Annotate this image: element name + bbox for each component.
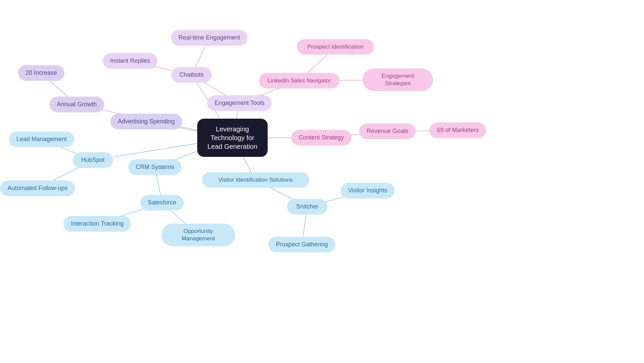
content-strategy-node[interactable]: Content Strategy (291, 130, 351, 145)
prospect-gathering-node[interactable]: Prospect Gathering (268, 237, 335, 252)
20-increase-node[interactable]: 20 Increase (18, 65, 64, 81)
center-node[interactable]: Leveraging Technology for Lead Generatio… (197, 119, 268, 157)
prospect-identification-node[interactable]: Prospect Identification (297, 39, 374, 55)
mindmap-container: Leveraging Technology for Lead Generatio… (0, 0, 644, 363)
lead-management-node[interactable]: Lead Management (9, 131, 74, 147)
revenue-goals-node[interactable]: Revenue Goals (359, 123, 416, 139)
interaction-tracking-node[interactable]: Interaction Tracking (63, 216, 131, 232)
opportunity-management-node[interactable]: Opportunity Management (161, 224, 235, 246)
linkedin-sales-navigator-node[interactable]: LinkedIn Sales Navigator (259, 73, 339, 88)
69-of-marketers-node[interactable]: 69 of Marketers (429, 122, 486, 138)
instant-replies-node[interactable]: Instant Replies (103, 53, 157, 69)
chatbots-node[interactable]: Chatbots (171, 67, 212, 83)
visitor-identification-solutions-node[interactable]: Visitor Identification Solutions (202, 172, 309, 188)
engagement-tools-node[interactable]: Engagement Tools (207, 95, 272, 111)
advertising-spending-node[interactable]: Advertising Spending (110, 114, 182, 129)
salesforce-node[interactable]: Salesforce (140, 195, 183, 210)
visitor-insights-node[interactable]: Visitor Insights (341, 183, 395, 198)
hubspot-node[interactable]: HubSpot (73, 152, 113, 168)
automated-follow-ups-node[interactable]: Automated Follow-ups (0, 180, 75, 196)
crm-systems-node[interactable]: CRM Systems (128, 159, 181, 175)
engagement-strategies-node[interactable]: Engagement Strategies (363, 68, 433, 91)
snitcher-node[interactable]: Snitcher (287, 199, 327, 215)
annual-growth-node[interactable]: Annual Growth (49, 97, 104, 112)
real-time-engagement-node[interactable]: Real-time Engagement (171, 30, 248, 46)
